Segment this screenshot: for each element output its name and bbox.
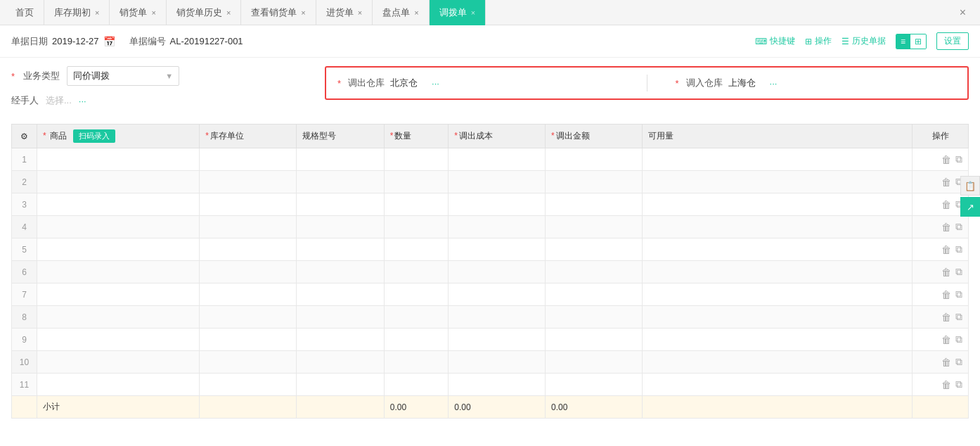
row-cost-6[interactable] [449,261,546,283]
row-unit-6[interactable] [200,261,297,283]
row-cost-8[interactable] [449,306,546,329]
handler-more-btn[interactable]: ··· [79,96,86,106]
row-amount-1[interactable] [546,148,643,171]
handler-placeholder[interactable]: 选择... [46,94,72,107]
row-spec-7[interactable] [296,283,384,306]
tab-purchase[interactable]: 进货单 × [316,0,373,25]
tab-home[interactable]: 首页 [6,0,44,25]
delete-icon-5[interactable]: 🗑 [941,244,951,255]
row-cost-2[interactable] [449,171,546,193]
tab-view-sales[interactable]: 查看销货单 × [241,0,316,25]
warehouse-in-value[interactable]: 上海仓 [728,77,756,89]
biz-type-select[interactable]: 同价调拨 ▼ [67,66,179,86]
row-product-2[interactable] [37,171,200,193]
row-cost-4[interactable] [449,216,546,238]
row-product-5[interactable] [37,238,200,261]
actions-btn[interactable]: ⊞ 操作 [805,35,832,47]
copy-icon-11[interactable]: ⧉ [955,378,962,390]
delete-icon-6[interactable]: 🗑 [941,267,951,278]
row-cost-3[interactable] [449,193,546,216]
row-available-3[interactable] [642,193,912,216]
note-float-btn[interactable]: 📋 [960,176,980,196]
tab-close-stocktake[interactable]: × [414,8,418,17]
calendar-icon[interactable]: 📅 [103,36,115,47]
row-available-5[interactable] [642,238,912,261]
gear-icon[interactable]: ⚙ [20,132,28,141]
scan-button[interactable]: 扫码录入 [73,129,115,143]
copy-icon-7[interactable]: ⧉ [955,288,962,300]
row-available-2[interactable] [642,171,912,193]
row-unit-7[interactable] [200,283,297,306]
row-spec-3[interactable] [296,193,384,216]
date-value[interactable]: 2019-12-27 [52,36,99,46]
row-quantity-11[interactable] [384,374,449,396]
row-amount-11[interactable] [546,374,643,396]
copy-icon-4[interactable]: ⧉ [955,221,962,233]
row-available-1[interactable] [642,148,912,171]
history-btn[interactable]: ☰ 历史单据 [842,35,886,47]
row-product-1[interactable] [37,148,200,171]
row-spec-11[interactable] [296,374,384,396]
row-available-6[interactable] [642,261,912,283]
delete-icon-8[interactable]: 🗑 [941,312,951,323]
tab-close-transfer[interactable]: × [471,8,475,17]
warehouse-in-more-btn[interactable]: ··· [770,78,778,89]
row-product-4[interactable] [37,216,200,238]
row-spec-10[interactable] [296,351,384,374]
row-quantity-9[interactable] [384,329,449,351]
row-product-11[interactable] [37,374,200,396]
row-spec-5[interactable] [296,238,384,261]
row-spec-6[interactable] [296,261,384,283]
tab-transfer[interactable]: 调拨单 × [430,0,486,25]
row-quantity-5[interactable] [384,238,449,261]
tab-sales-history[interactable]: 销货单历史 × [167,0,241,25]
row-product-6[interactable] [37,261,200,283]
row-available-7[interactable] [642,283,912,306]
delete-icon-3[interactable]: 🗑 [941,199,951,210]
row-spec-1[interactable] [296,148,384,171]
row-product-8[interactable] [37,306,200,329]
row-cost-5[interactable] [449,238,546,261]
row-amount-6[interactable] [546,261,643,283]
copy-icon-8[interactable]: ⧉ [955,311,962,323]
row-amount-9[interactable] [546,329,643,351]
delete-icon-9[interactable]: 🗑 [941,334,951,345]
delete-icon-11[interactable]: 🗑 [941,379,951,390]
tab-close-view-sales[interactable]: × [301,8,305,17]
row-unit-5[interactable] [200,238,297,261]
delete-icon-7[interactable]: 🗑 [941,289,951,300]
row-available-11[interactable] [642,374,912,396]
row-unit-9[interactable] [200,329,297,351]
delete-icon-10[interactable]: 🗑 [941,357,951,368]
row-amount-3[interactable] [546,193,643,216]
copy-icon-9[interactable]: ⧉ [955,333,962,345]
row-amount-5[interactable] [546,238,643,261]
tab-stocktake[interactable]: 盘点单 × [373,0,429,25]
row-product-3[interactable] [37,193,200,216]
row-unit-11[interactable] [200,374,297,396]
row-unit-1[interactable] [200,148,297,171]
row-product-7[interactable] [37,283,200,306]
copy-icon-10[interactable]: ⧉ [955,356,962,368]
row-unit-8[interactable] [200,306,297,329]
settings-button[interactable]: 设置 [936,32,969,50]
row-spec-4[interactable] [296,216,384,238]
row-unit-3[interactable] [200,193,297,216]
row-available-8[interactable] [642,306,912,329]
row-product-9[interactable] [37,329,200,351]
row-cost-9[interactable] [449,329,546,351]
row-quantity-6[interactable] [384,261,449,283]
row-amount-2[interactable] [546,171,643,193]
copy-icon-5[interactable]: ⧉ [955,243,962,255]
row-spec-8[interactable] [296,306,384,329]
tab-close-sales-order[interactable]: × [151,8,155,17]
list-view-button[interactable]: ≡ [896,34,910,49]
row-unit-4[interactable] [200,216,297,238]
row-quantity-8[interactable] [384,306,449,329]
row-cost-11[interactable] [449,374,546,396]
row-cost-10[interactable] [449,351,546,374]
row-available-9[interactable] [642,329,912,351]
copy-icon-1[interactable]: ⧉ [955,153,962,165]
row-quantity-10[interactable] [384,351,449,374]
tab-close-sales-history[interactable]: × [226,8,231,17]
